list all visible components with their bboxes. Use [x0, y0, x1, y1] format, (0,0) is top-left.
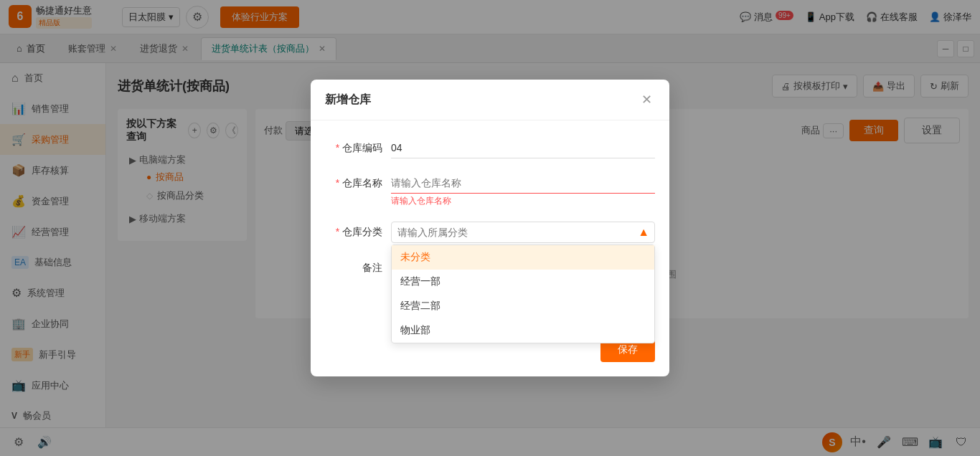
category-label: 仓库分类 [325, 222, 382, 239]
dropdown-item-ops2[interactable]: 经营二部 [392, 294, 654, 318]
code-row: 仓库编码 [325, 138, 655, 158]
modal-body: 仓库编码 仓库名称 请输入仓库名称 仓库分类 ▲ [311, 120, 669, 329]
code-input[interactable] [391, 138, 655, 158]
name-error-msg: 请输入仓库名称 [391, 195, 655, 207]
name-row: 仓库名称 请输入仓库名称 [325, 173, 655, 207]
category-input[interactable] [391, 222, 655, 243]
notes-label: 备注 [325, 257, 382, 275]
modal-title: 新增仓库 [325, 92, 371, 108]
name-control: 请输入仓库名称 [391, 173, 655, 207]
modal-close-button[interactable]: ✕ [638, 91, 655, 108]
new-warehouse-modal: 新增仓库 ✕ 仓库编码 仓库名称 请输入仓库名称 仓库分类 [311, 80, 669, 376]
name-label: 仓库名称 [325, 173, 382, 190]
dropdown-item-ops1[interactable]: 经营一部 [392, 270, 654, 294]
name-input[interactable] [391, 173, 655, 194]
category-arrow-icon[interactable]: ▲ [638, 226, 649, 239]
category-row: 仓库分类 ▲ 未分类 经营一部 经营二部 物业部 [325, 222, 655, 243]
modal-header: 新增仓库 ✕ [311, 80, 669, 120]
dropdown-item-property[interactable]: 物业部 [392, 318, 654, 343]
code-label: 仓库编码 [325, 138, 382, 155]
category-control: ▲ 未分类 经营一部 经营二部 物业部 [391, 222, 655, 243]
modal-overlay[interactable]: 新增仓库 ✕ 仓库编码 仓库名称 请输入仓库名称 仓库分类 [0, 0, 980, 456]
code-control [391, 138, 655, 158]
category-dropdown: 未分类 经营一部 经营二部 物业部 [391, 244, 655, 343]
dropdown-item-uncategorized[interactable]: 未分类 [392, 245, 654, 270]
